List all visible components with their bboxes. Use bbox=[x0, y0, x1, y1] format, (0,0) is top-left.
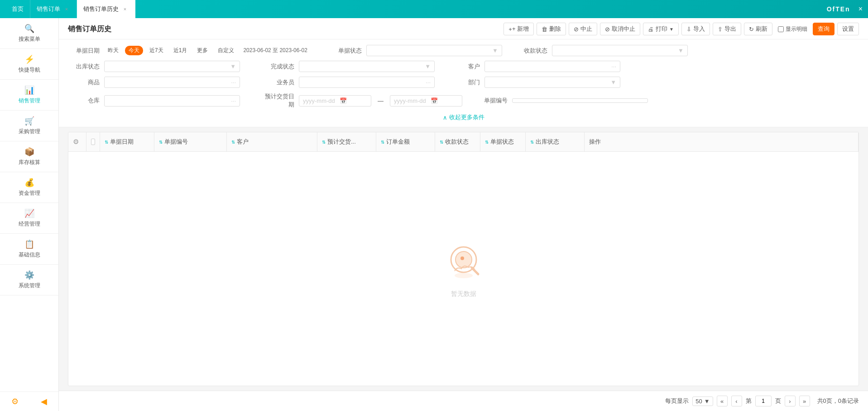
sidebar-item-search-menu[interactable]: 🔍 搜索菜单 bbox=[0, 18, 58, 49]
per-page-label: 每页显示 bbox=[665, 397, 689, 405]
top-bar-right: OfTEn × bbox=[827, 5, 863, 13]
tab-sales-order-history-close[interactable]: × bbox=[121, 5, 129, 13]
th-doc-status[interactable]: ⇅ 单据状态 bbox=[480, 132, 526, 151]
sidebar-item-sales-mgmt[interactable]: 📊 销售管理 bbox=[0, 80, 58, 111]
sidebar-item-operation-mgmt[interactable]: 📈 经营管理 bbox=[0, 203, 58, 234]
sidebar-bottom: ⚙ ◀ bbox=[0, 392, 58, 411]
out-status-select[interactable]: ▼ bbox=[104, 61, 240, 72]
th-out-status[interactable]: ⇅ 出库状态 bbox=[526, 132, 585, 151]
doc-no-input[interactable] bbox=[512, 98, 648, 103]
th-receipt-status[interactable]: ⇅ 收款状态 bbox=[435, 132, 480, 151]
import-button[interactable]: ⇩ 导入 bbox=[681, 23, 710, 35]
receipt-status-select[interactable]: ▼ bbox=[552, 45, 688, 56]
tab-home[interactable]: 首页 bbox=[5, 0, 30, 18]
warehouse-input[interactable]: ··· bbox=[104, 95, 240, 106]
delete-icon: 🗑 bbox=[542, 26, 547, 33]
sidebar-item-label-sys-mgmt: 系统管理 bbox=[19, 282, 40, 290]
sidebar-item-sys-mgmt[interactable]: ⚙️ 系统管理 bbox=[0, 265, 58, 295]
sidebar-item-label-capital-mgmt: 资金管理 bbox=[19, 189, 40, 197]
sys-mgmt-icon: ⚙️ bbox=[24, 270, 34, 280]
page-number-input[interactable] bbox=[755, 396, 772, 406]
expected-date-label: 预计交货日期 bbox=[263, 92, 294, 109]
receipt-status-select-arrow: ▼ bbox=[678, 47, 684, 54]
per-page-select[interactable]: 50 ▼ bbox=[692, 396, 713, 406]
date-1month[interactable]: 近1月 bbox=[170, 46, 191, 55]
out-status-arrow: ▼ bbox=[230, 63, 236, 70]
purchase-mgmt-icon: 🛒 bbox=[24, 116, 34, 126]
query-button[interactable]: 查询 bbox=[813, 23, 834, 35]
empty-text: 暂无数据 bbox=[451, 290, 476, 298]
refresh-button[interactable]: ↻ 刷新 bbox=[744, 23, 772, 35]
date-today[interactable]: 今天 bbox=[125, 46, 143, 55]
collapse-label: 收起更多条件 bbox=[449, 113, 484, 121]
main-layout: 🔍 搜索菜单 ⚡ 快捷导航 📊 销售管理 🛒 采购管理 📦 库存核算 💰 资金管… bbox=[0, 18, 868, 411]
date-yesterday[interactable]: 昨天 bbox=[104, 46, 122, 55]
svg-point-4 bbox=[455, 273, 473, 278]
filter-row-1: 单据日期 昨天 今天 近7天 近1月 更多 自定义 2023-06-02 至 2… bbox=[68, 45, 859, 56]
filter-row-2: 出库状态 ▼ 完成状态 ▼ 客户 ··· bbox=[68, 61, 859, 72]
sidebar-item-purchase-mgmt[interactable]: 🛒 采购管理 bbox=[0, 111, 58, 141]
sidebar-item-inventory[interactable]: 📦 库存核算 bbox=[0, 141, 58, 172]
status-select[interactable]: ▼ bbox=[366, 45, 502, 56]
expected-date-start[interactable]: yyyy-mm-dd 📅 bbox=[299, 95, 371, 106]
goods-input[interactable]: ··· bbox=[104, 77, 240, 88]
warehouse-label: 仓库 bbox=[68, 97, 100, 105]
customer-input[interactable]: ··· bbox=[484, 61, 620, 72]
salesperson-input[interactable]: ··· bbox=[299, 77, 435, 88]
sidebar-collapse-icon[interactable]: ◀ bbox=[41, 396, 47, 406]
last-page-btn[interactable]: » bbox=[799, 396, 810, 406]
th-amount[interactable]: ⇅ 订单金额 bbox=[376, 132, 435, 151]
expected-date-end[interactable]: yyyy-mm-dd 📅 bbox=[390, 95, 462, 106]
calendar-end-icon[interactable]: 📅 bbox=[431, 97, 438, 104]
status-label: 单据状态 bbox=[330, 47, 362, 55]
collapse-row[interactable]: ∧ 收起更多条件 bbox=[68, 113, 859, 121]
sidebar-item-capital-mgmt[interactable]: 💰 资金管理 bbox=[0, 172, 58, 203]
table-header: ⚙ ⇅ 单据日期 ⇅ 单据编号 ⇅ 客户 ⇅ bbox=[68, 132, 858, 152]
window-close-btn[interactable]: × bbox=[858, 5, 863, 13]
tab-sales-order-history[interactable]: 销售订单历史 × bbox=[77, 0, 135, 18]
date-custom[interactable]: 自定义 bbox=[214, 46, 238, 55]
tab-sales-order[interactable]: 销售订单 × bbox=[30, 0, 77, 18]
sidebar-item-label-search-menu: 搜索菜单 bbox=[19, 35, 40, 43]
next-page-btn[interactable]: › bbox=[785, 396, 796, 406]
quick-nav-icon: ⚡ bbox=[24, 54, 34, 64]
settings-button[interactable]: 设置 bbox=[837, 23, 859, 35]
th-settings[interactable]: ⚙ bbox=[68, 132, 86, 151]
date-7days[interactable]: 近7天 bbox=[146, 46, 167, 55]
cancel-stop-button[interactable]: ⊘ 取消中止 bbox=[600, 23, 640, 35]
date-more[interactable]: 更多 bbox=[193, 46, 211, 55]
th-date[interactable]: ⇅ 单据日期 bbox=[100, 132, 154, 151]
export-button[interactable]: ⇧ 导出 bbox=[713, 23, 741, 35]
customer-label: 客户 bbox=[448, 63, 480, 71]
th-customer[interactable]: ⇅ 客户 bbox=[227, 132, 317, 151]
print-button[interactable]: 🖨 打印 ▼ bbox=[643, 23, 679, 35]
operation-mgmt-icon: 📈 bbox=[24, 208, 34, 218]
calendar-start-icon[interactable]: 📅 bbox=[340, 97, 347, 104]
th-expected-date[interactable]: ⇅ 预计交货... bbox=[317, 132, 376, 151]
stop-button[interactable]: ⊘ 中止 bbox=[569, 23, 597, 35]
sidebar-item-quick-nav[interactable]: ⚡ 快捷导航 bbox=[0, 49, 58, 80]
capital-mgmt-icon: 💰 bbox=[24, 178, 34, 188]
tab-sales-order-close[interactable]: × bbox=[63, 5, 70, 13]
total-info: 共0页，0条记录 bbox=[817, 397, 859, 405]
select-all-checkbox[interactable] bbox=[91, 139, 95, 145]
filter-row-3: 商品 ··· 业务员 ··· 部门 ▼ bbox=[68, 77, 859, 88]
per-page-value: 50 bbox=[695, 398, 702, 405]
dept-select[interactable]: ▼ bbox=[484, 77, 620, 88]
cancel-stop-icon: ⊘ bbox=[605, 26, 610, 33]
show-detail-checkbox[interactable] bbox=[778, 26, 784, 32]
th-doc-no[interactable]: ⇅ 单据编号 bbox=[154, 132, 227, 151]
prev-page-btn[interactable]: ‹ bbox=[731, 396, 742, 406]
brand-text: OfTEn bbox=[827, 5, 850, 13]
date-label: 单据日期 bbox=[68, 47, 100, 55]
first-page-btn[interactable]: « bbox=[717, 396, 728, 406]
filter-row-4: 仓库 ··· 预计交货日期 yyyy-mm-dd 📅 — yyyy-mm-dd … bbox=[68, 92, 859, 109]
sidebar-settings-icon[interactable]: ⚙ bbox=[11, 396, 19, 406]
empty-state: 暂无数据 bbox=[68, 152, 858, 386]
complete-status-select[interactable]: ▼ bbox=[299, 61, 435, 72]
dept-arrow: ▼ bbox=[610, 79, 616, 86]
delete-button[interactable]: 🗑 删除 bbox=[537, 23, 566, 35]
sidebar-item-basic-info[interactable]: 📋 基础信息 bbox=[0, 234, 58, 265]
gear-icon[interactable]: ⚙ bbox=[73, 138, 79, 146]
new-button[interactable]: + + 新增 bbox=[504, 23, 534, 35]
